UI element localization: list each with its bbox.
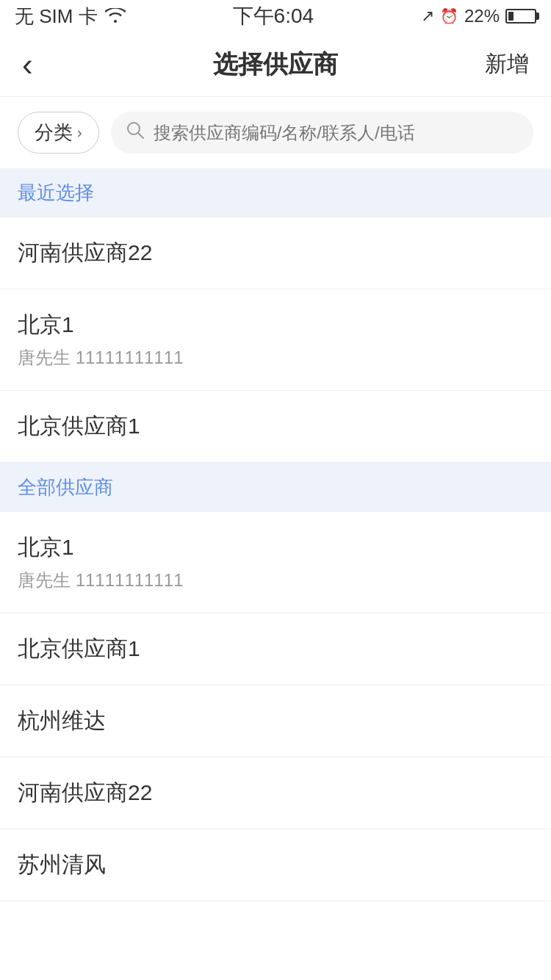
item-sub: 唐先生 11111111111 [18,346,533,370]
category-arrow-icon: › [77,124,82,141]
nav-bar: ‹ 选择供应商 新增 [0,32,551,97]
battery-icon [505,9,536,24]
status-bar: 无 SIM 卡 下午6:04 ↗ ⏰ 22% [0,0,551,32]
recent-items-list: 河南供应商22北京1唐先生 11111111111北京供应商1 [0,217,551,463]
category-button[interactable]: 分类 › [18,112,99,154]
list-item[interactable]: 苏州清风 [0,829,551,901]
list-item[interactable]: 杭州维达 [0,685,551,757]
item-name: 河南供应商22 [18,778,533,808]
item-name: 北京供应商1 [18,411,533,442]
no-sim-label: 无 SIM 卡 [15,4,98,29]
list-item[interactable]: 北京供应商1 [0,391,551,463]
item-name: 河南供应商22 [18,238,533,268]
status-right: ↗ ⏰ 22% [421,6,536,26]
battery-percent: 22% [464,6,500,26]
list-item[interactable]: 河南供应商22 [0,757,551,829]
item-name: 北京1 [18,310,533,340]
search-box [111,112,533,154]
list-item[interactable]: 河南供应商22 [0,217,551,289]
all-items-list: 北京1唐先生 11111111111北京供应商1杭州维达河南供应商22苏州清风 [0,512,551,901]
list-item[interactable]: 北京1唐先生 11111111111 [0,512,551,613]
item-name: 苏州清风 [18,850,533,880]
filter-bar: 分类 › [0,97,551,168]
alarm-icon: ⏰ [440,7,458,25]
add-button[interactable]: 新增 [485,49,529,79]
item-name: 杭州维达 [18,706,533,736]
status-left: 无 SIM 卡 [15,4,126,29]
svg-line-1 [138,133,143,138]
wifi-icon [105,5,126,28]
all-section-header: 全部供应商 [0,463,551,512]
all-section-label: 全部供应商 [18,476,113,498]
status-time: 下午6:04 [233,2,314,30]
recent-section-label: 最近选择 [18,181,94,203]
item-sub: 唐先生 11111111111 [18,569,533,592]
location-icon: ↗ [421,7,434,26]
category-label: 分类 [35,120,73,145]
search-input[interactable] [154,123,519,143]
item-name: 北京供应商1 [18,634,533,664]
item-name: 北京1 [18,533,533,563]
recent-section-header: 最近选择 [0,168,551,217]
list-item[interactable]: 北京1唐先生 11111111111 [0,289,551,391]
list-item[interactable]: 北京供应商1 [0,613,551,685]
page-title: 选择供应商 [213,48,338,82]
search-icon [126,120,145,145]
back-button[interactable]: ‹ [22,46,66,83]
